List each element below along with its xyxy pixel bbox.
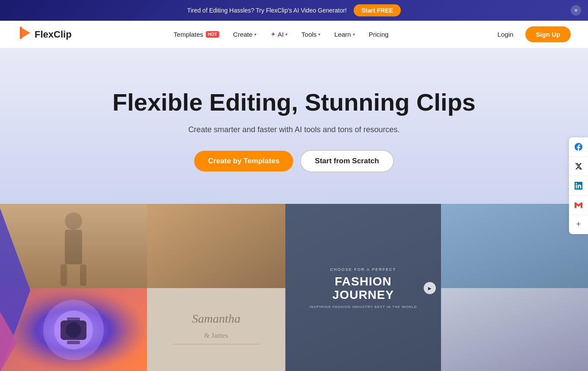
svg-text:Samantha: Samantha xyxy=(192,312,240,325)
nav-item-ai[interactable]: ✦ AI ▾ xyxy=(265,27,293,42)
svg-rect-6 xyxy=(65,230,82,264)
left-decoration-svg xyxy=(0,204,30,371)
person-svg-1 xyxy=(35,204,112,288)
facebook-icon xyxy=(575,143,582,151)
nav-item-templates-label: Templates xyxy=(174,31,203,38)
email-icon xyxy=(575,201,582,209)
svg-rect-7 xyxy=(61,264,67,286)
wedding-svg: Samantha & James xyxy=(147,288,285,371)
fashion-bg: CHOOSE FOR A PERFECT FASHIONJOURNEY INSP… xyxy=(285,204,441,371)
svg-point-16 xyxy=(66,322,81,338)
gallery-item-7: Samantha & James xyxy=(147,288,285,371)
svg-rect-1 xyxy=(20,27,22,39)
twitter-icon xyxy=(575,162,582,170)
gallery-item-fashion: CHOOSE FOR A PERFECT FASHIONJOURNEY INSP… xyxy=(285,204,441,371)
svg-rect-14 xyxy=(67,317,80,321)
nav-right: Login Sign Up xyxy=(491,26,571,42)
fashion-big-text: FASHIONJOURNEY xyxy=(332,275,394,302)
announcement-close-button[interactable]: × xyxy=(571,5,581,16)
hero-buttons: Create by Templates Start from Scratch xyxy=(194,150,393,172)
bride-image xyxy=(441,288,588,371)
logo-icon xyxy=(17,25,33,44)
outdoor-image xyxy=(441,204,588,288)
gallery-item-8 xyxy=(441,288,588,371)
nav-item-learn-label: Learn xyxy=(334,31,351,38)
svg-rect-17 xyxy=(147,288,285,371)
wedding-image: Samantha & James xyxy=(147,288,285,371)
svg-rect-8 xyxy=(80,264,86,286)
nav-links: Templates HOT Create ▾ ✦ AI ▾ Tools ▾ Le… xyxy=(169,27,394,42)
announcement-text: Tired of Editing Hassles? Try FlexClip's… xyxy=(187,7,347,14)
nav-item-create[interactable]: Create ▾ xyxy=(228,27,262,41)
start-free-button[interactable]: Start FREE xyxy=(354,4,401,16)
create-chevron-icon: ▾ xyxy=(254,32,256,37)
navbar: FlexClip Templates HOT Create ▾ ✦ AI ▾ T… xyxy=(0,21,588,48)
play-button[interactable]: ▶ xyxy=(424,282,436,294)
ai-sparkle-icon: ✦ xyxy=(270,30,276,38)
svg-point-5 xyxy=(65,212,82,230)
hero-subtitle: Create smarter and faster with AI tools … xyxy=(188,125,399,134)
social-sidebar: + xyxy=(569,137,588,234)
hot-badge: HOT xyxy=(206,31,219,38)
facebook-share-button[interactable] xyxy=(569,137,588,156)
gallery-item-2 xyxy=(147,204,285,288)
person-svg-2 xyxy=(147,204,285,288)
create-by-templates-button[interactable]: Create by Templates xyxy=(194,151,293,171)
announcement-bar: Tired of Editing Hassles? Try FlexClip's… xyxy=(0,0,588,21)
fashion-small-text: CHOOSE FOR A PERFECT xyxy=(330,267,396,272)
nav-item-learn[interactable]: Learn ▾ xyxy=(329,27,360,41)
twitter-share-button[interactable] xyxy=(569,157,588,176)
logo-wordmark: FlexClip xyxy=(35,29,72,40)
nav-item-ai-label: AI xyxy=(278,31,284,38)
fashion-overlay: CHOOSE FOR A PERFECT FASHIONJOURNEY INSP… xyxy=(285,204,441,371)
nav-item-templates[interactable]: Templates HOT xyxy=(169,27,224,41)
start-from-scratch-button[interactable]: Start from Scratch xyxy=(300,150,393,172)
gallery-item-4 xyxy=(441,204,588,288)
linkedin-share-button[interactable] xyxy=(569,176,588,195)
gallery-grid: CHOOSE FOR A PERFECT FASHIONJOURNEY INSP… xyxy=(0,204,588,371)
hero-headline: Flexible Editing, Stunning Clips xyxy=(112,89,476,116)
person-image-2 xyxy=(147,204,285,288)
nav-item-tools-label: Tools xyxy=(301,31,316,38)
email-share-button[interactable] xyxy=(569,196,588,215)
login-button[interactable]: Login xyxy=(491,27,521,41)
hero-section: Flexible Editing, Stunning Clips Create … xyxy=(0,48,588,204)
learn-chevron-icon: ▾ xyxy=(353,32,355,37)
tools-chevron-icon: ▾ xyxy=(318,32,320,37)
fashion-sub-text: INSPIRING FASHION INDUSTRY BEST IN THE W… xyxy=(310,305,417,309)
logo[interactable]: FlexClip xyxy=(17,25,72,44)
linkedin-icon xyxy=(575,182,582,190)
signup-button[interactable]: Sign Up xyxy=(525,26,571,42)
svg-text:& James: & James xyxy=(204,332,228,339)
svg-rect-15 xyxy=(67,341,80,344)
more-share-button[interactable]: + xyxy=(569,215,588,234)
gallery-section: CHOOSE FOR A PERFECT FASHIONJOURNEY INSP… xyxy=(0,204,588,371)
svg-rect-9 xyxy=(147,204,285,288)
nav-item-tools[interactable]: Tools ▾ xyxy=(296,27,326,41)
nav-item-pricing[interactable]: Pricing xyxy=(364,27,394,41)
flexclip-logo-svg xyxy=(17,25,33,41)
ai-chevron-icon: ▾ xyxy=(285,32,288,37)
nav-item-pricing-label: Pricing xyxy=(369,31,389,38)
nav-item-create-label: Create xyxy=(233,31,252,38)
